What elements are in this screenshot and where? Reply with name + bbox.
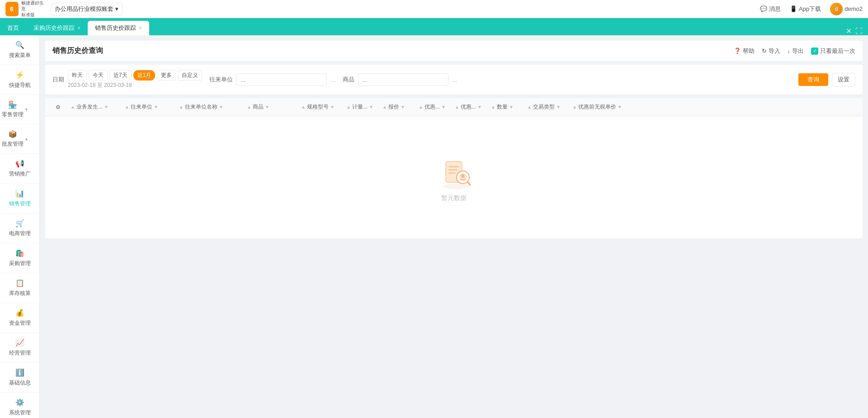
- th-trade-type[interactable]: ▲ 交易类型 ▼: [524, 103, 569, 111]
- tab-purchase[interactable]: 采购历史价跟踪 ×: [26, 21, 88, 35]
- tab-purchase-label: 采购历史价跟踪: [33, 24, 75, 32]
- source-input[interactable]: [236, 73, 327, 86]
- top-bar: 6 畅捷通好生意标准版 办公用品行业模拟账套 ▾ 💬 消息 📱 App下载 d …: [0, 0, 868, 18]
- sidebar-item-operations[interactable]: 📈 经营管理: [0, 333, 39, 363]
- th-spec-sort-down: ▼: [330, 104, 335, 109]
- tab-purchase-close[interactable]: ×: [77, 25, 80, 31]
- purchase-icon: 🛍️: [15, 249, 24, 257]
- sidebar-item-shortcut[interactable]: ⚡ 快捷导航: [0, 65, 39, 95]
- sidebar-item-inventory[interactable]: 📋 库存核算: [0, 273, 39, 303]
- close-all-button[interactable]: ✕: [846, 27, 852, 35]
- maximize-button[interactable]: ⛶: [855, 27, 863, 35]
- source-dots-button[interactable]: ...: [330, 76, 335, 83]
- app-selector[interactable]: 办公用品行业模拟账套 ▾: [51, 3, 123, 15]
- th-pretax-price[interactable]: ▲ 优惠前无税单价 ▼: [569, 103, 859, 111]
- date-btn-today[interactable]: 今天: [89, 70, 108, 81]
- query-button[interactable]: 查询: [798, 73, 828, 86]
- tab-home[interactable]: 首页: [0, 21, 26, 35]
- empty-state: 暂元数据: [45, 116, 863, 238]
- sidebar-item-search[interactable]: 🔍 搜索菜单: [0, 35, 39, 65]
- app-selector-label: 办公用品行业模拟账套: [55, 5, 113, 13]
- wholesale-arrow-icon: ▲: [24, 137, 28, 141]
- page-title: 销售历史价查询: [52, 46, 103, 56]
- tab-sales[interactable]: 销售历史价跟踪 ×: [88, 21, 149, 35]
- tab-sales-label: 销售历史价跟踪: [95, 24, 136, 32]
- th-unit-code[interactable]: ▲ 往来单位 ▼: [121, 103, 175, 111]
- sidebar: 🔍 搜索菜单 ⚡ 快捷导航 🏪 零售管理 ▼ 📦 批发管理 ▲ 📢 营销推广: [0, 35, 40, 418]
- th-discount2[interactable]: ▲ 优惠... ▼: [451, 103, 487, 111]
- th-disc2-sort-down: ▼: [477, 104, 482, 109]
- sidebar-item-system[interactable]: ⚙️ 系统管理: [0, 393, 39, 418]
- import-label: 导入: [769, 47, 780, 55]
- th-unitname-sort-up: ▲: [179, 104, 184, 109]
- th-product[interactable]: ▲ 商品 ▼: [243, 103, 297, 111]
- date-btn-last7[interactable]: 近7天: [109, 70, 132, 81]
- search-icon: 🔍: [15, 41, 24, 49]
- date-label: 日期: [52, 76, 64, 84]
- sidebar-retail-label: 零售管理: [2, 111, 24, 119]
- system-icon: ⚙️: [15, 398, 24, 407]
- sales-mgmt-icon: 📊: [15, 189, 24, 198]
- message-icon: 💬: [760, 5, 767, 12]
- sidebar-system-label: 系统管理: [9, 409, 31, 417]
- date-btn-last1m[interactable]: 近1月: [133, 70, 156, 81]
- sidebar-item-finance[interactable]: 💰 资金管理: [0, 303, 39, 333]
- settings-button[interactable]: 设置: [832, 73, 855, 86]
- date-btn-more[interactable]: 更多: [157, 70, 176, 81]
- th-unit[interactable]: ▲ 计量... ▼: [343, 103, 379, 111]
- sidebar-operations-label: 经营管理: [9, 349, 31, 357]
- product-label: 商品: [343, 76, 354, 84]
- only-last-label: 只看最后一次: [820, 47, 855, 55]
- date-btn-custom[interactable]: 自定义: [178, 70, 202, 81]
- app-download-button[interactable]: 📱 App下载: [790, 5, 821, 13]
- user-name: demo2: [844, 5, 863, 12]
- export-icon: ↓: [788, 48, 791, 54]
- table-settings-icon: ⚙: [56, 104, 61, 110]
- sidebar-item-marketing[interactable]: 📢 营销推广: [0, 154, 39, 184]
- th-spec[interactable]: ▲ 规格型号 ▼: [297, 103, 343, 111]
- ecommerce-icon: 🛒: [15, 219, 24, 228]
- th-unit-name[interactable]: ▲ 往来单位名称 ▼: [175, 103, 243, 111]
- user-menu[interactable]: d demo2: [830, 3, 863, 15]
- only-last-checkbox[interactable]: ✓ 只看最后一次: [811, 47, 855, 55]
- message-button[interactable]: 💬 消息: [760, 5, 781, 13]
- svg-rect-6: [448, 172, 456, 174]
- sidebar-item-basic[interactable]: ℹ️ 基础信息: [0, 363, 39, 393]
- app-download-label: App下载: [799, 5, 821, 13]
- tab-sales-close[interactable]: ×: [139, 25, 142, 31]
- date-filter-group: 日期 昨天 今天 近7天 近1月 更多 自定义 2023-02-18 至 202…: [52, 70, 202, 89]
- import-button[interactable]: ↻ 导入: [762, 47, 780, 55]
- svg-point-10: [461, 174, 465, 178]
- tab-home-label: 首页: [7, 24, 19, 32]
- sidebar-finance-label: 资金管理: [9, 319, 31, 327]
- th-disc1-sort-up: ▲: [419, 104, 423, 109]
- export-button[interactable]: ↓ 导出: [788, 47, 804, 55]
- th-quote[interactable]: ▲ 报价 ▼: [379, 103, 415, 111]
- empty-text: 暂元数据: [441, 194, 467, 202]
- th-discount1[interactable]: ▲ 优惠... ▼: [415, 103, 451, 111]
- sidebar-inventory-label: 库存核算: [9, 290, 31, 297]
- th-unit-sort-up: ▲: [125, 104, 129, 109]
- th-qty-sort-up: ▲: [491, 104, 495, 109]
- product-input[interactable]: [358, 73, 448, 86]
- help-button[interactable]: ❓ 帮助: [734, 47, 755, 55]
- logo-icon: 6: [5, 2, 19, 16]
- table-settings-col[interactable]: ⚙: [49, 104, 67, 110]
- th-biz-date[interactable]: ▲ 业务发生... ▼: [67, 103, 121, 111]
- sidebar-item-purchase[interactable]: 🛍️ 采购管理: [0, 243, 39, 273]
- sidebar-item-retail[interactable]: 🏪 零售管理 ▼: [0, 95, 39, 124]
- source-label: 往来单位: [209, 76, 233, 84]
- table-container: ⚙ ▲ 业务发生... ▼ ▲ 往来单位 ▼ ▲ 往来单位名称: [45, 98, 863, 238]
- th-product-sort-up: ▲: [247, 104, 251, 109]
- sidebar-item-wholesale[interactable]: 📦 批发管理 ▲: [0, 124, 39, 154]
- sidebar-item-sales-mgmt[interactable]: 📊 销售管理: [0, 184, 39, 214]
- sidebar-item-ecommerce[interactable]: 🛒 电商管理: [0, 214, 39, 243]
- th-qty-sort-down: ▼: [509, 104, 514, 109]
- th-quantity[interactable]: ▲ 数量 ▼: [487, 103, 524, 111]
- sidebar-purchase-label: 采购管理: [9, 260, 31, 267]
- th-trade-sort-down: ▼: [556, 104, 561, 109]
- th-unitname-sort-down: ▼: [219, 104, 223, 109]
- product-dots-button[interactable]: ...: [452, 76, 457, 83]
- date-btn-yesterday[interactable]: 昨天: [68, 70, 87, 81]
- message-label: 消息: [769, 5, 781, 13]
